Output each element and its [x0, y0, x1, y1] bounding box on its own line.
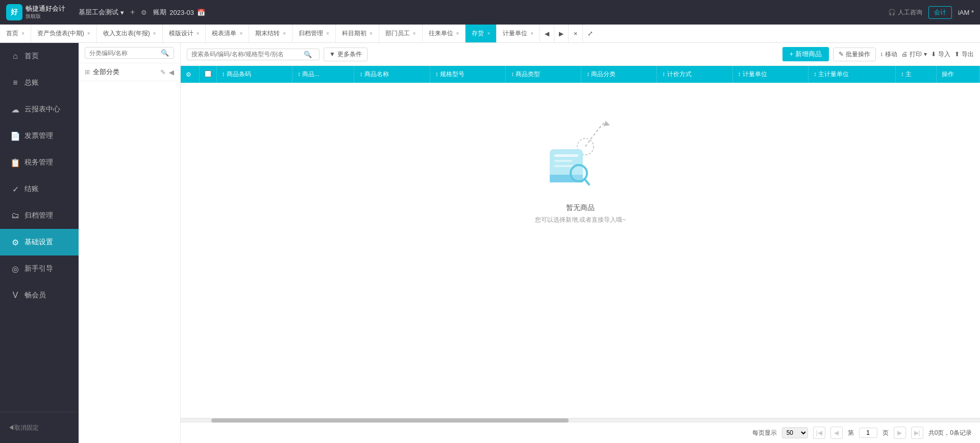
tab-contacts-close-icon[interactable]: ×: [456, 31, 459, 36]
account-button[interactable]: 会计: [928, 6, 952, 19]
th-spec-label: ↕ 规格型号: [435, 71, 464, 78]
tab-subject-close-icon[interactable]: ×: [370, 31, 373, 36]
tab-archive-close-icon[interactable]: ×: [326, 31, 329, 36]
tab-template[interactable]: 模版设计 ×: [163, 25, 206, 43]
sidebar-item-home[interactable]: ⌂ 首页: [0, 43, 79, 69]
company-selector[interactable]: 基层工会测试 ▾: [79, 8, 124, 17]
collapse-panel-icon[interactable]: ◀: [169, 68, 174, 76]
page-next-button[interactable]: ▶: [894, 427, 906, 439]
sidebar-item-member[interactable]: V 畅会员: [0, 282, 79, 309]
sidebar: ⌂ 首页 ≡ 总账 ☁ 云报表中心 📄 发票管理 📋 税务管理 ✓ 结账 🗂 归…: [0, 43, 79, 443]
export-label: 导出: [962, 50, 974, 59]
edit-category-icon[interactable]: ✎: [160, 68, 166, 76]
new-product-button[interactable]: + 新增商品: [782, 47, 829, 61]
sidebar-bottom: ◀取消固定: [0, 412, 79, 443]
invoice-icon: 📄: [10, 131, 20, 141]
tab-tax-close-icon[interactable]: ×: [239, 31, 242, 36]
scroll-thumb[interactable]: [211, 418, 569, 423]
tab-period-carry[interactable]: 期末结转 ×: [249, 25, 292, 43]
tab-next-button[interactable]: ▶: [554, 25, 569, 43]
tab-prev-button[interactable]: ◀: [540, 25, 554, 43]
tab-inventory-close-icon[interactable]: ×: [487, 31, 490, 36]
calendar-icon[interactable]: 📅: [197, 9, 205, 16]
page-input[interactable]: [859, 428, 877, 438]
page-label-prefix: 第: [848, 429, 854, 437]
import-button[interactable]: ⬇ 导入: [931, 50, 950, 59]
total-records-label: 共0页，0条记录: [928, 429, 972, 437]
settings-gear-icon[interactable]: ⚙: [141, 9, 147, 16]
tab-expand-button[interactable]: ⤢: [583, 25, 597, 43]
tab-subject[interactable]: 科目期初 ×: [336, 25, 379, 43]
app-logo-icon: 好: [6, 4, 22, 20]
tab-unit-label: 计量单位: [503, 29, 527, 38]
sidebar-item-invoice[interactable]: 📄 发票管理: [0, 123, 79, 149]
tab-income[interactable]: 收入支出表(年报) ×: [97, 25, 163, 43]
tab-balance-sheet[interactable]: 资产负债表(中期) ×: [31, 25, 97, 43]
more-filter-button[interactable]: ▼ 更多条件: [324, 48, 368, 61]
tab-contacts[interactable]: 往来单位 ×: [423, 25, 466, 43]
sidebar-label-reports: 云报表中心: [24, 105, 60, 114]
sidebar-item-guide[interactable]: ◎ 新手引导: [0, 255, 79, 282]
all-categories-label: 全部分类: [93, 67, 119, 77]
header-right: 🎧 人工咨询 会计 iAM *: [888, 6, 974, 19]
th-gear[interactable]: ⚙: [181, 66, 199, 83]
product-search-icon[interactable]: 🔍: [304, 51, 312, 58]
sidebar-item-ledger[interactable]: ≡ 总账: [0, 69, 79, 96]
tab-dept-close-icon[interactable]: ×: [413, 31, 416, 36]
move-button[interactable]: ↕ 移动: [880, 50, 897, 59]
tab-tax[interactable]: 税表清单 ×: [206, 25, 249, 43]
print-button[interactable]: 🖨 打印 ▾: [901, 50, 927, 59]
consult-button[interactable]: 🎧 人工咨询: [888, 8, 922, 17]
sidebar-item-checkout[interactable]: ✓ 结账: [0, 176, 79, 202]
unpin-button[interactable]: ◀取消固定: [0, 417, 79, 438]
sidebar-item-archive[interactable]: 🗂 归档管理: [0, 202, 79, 229]
th-checkbox[interactable]: [199, 66, 216, 83]
iam-label: iAM *: [958, 9, 974, 16]
horizontal-scrollbar[interactable]: [181, 418, 980, 422]
tab-unit-close-icon[interactable]: ×: [530, 31, 533, 36]
th-barcode: ↕ 商品条码: [216, 66, 292, 83]
sidebar-item-reports[interactable]: ☁ 云报表中心: [0, 96, 79, 123]
page-first-button[interactable]: |◀: [813, 427, 825, 439]
app-name: 畅捷通好会计: [26, 5, 65, 13]
th-barcode-label: ↕ 商品条码: [222, 71, 251, 78]
select-all-checkbox[interactable]: [205, 71, 211, 77]
sidebar-item-tax[interactable]: 📋 税务管理: [0, 149, 79, 176]
tab-close-all-button[interactable]: ×: [569, 25, 583, 43]
tabs-bar: 首页 × 资产负债表(中期) × 收入支出表(年报) × 模版设计 × 税表清单…: [0, 25, 980, 43]
page-prev-button[interactable]: ◀: [830, 427, 843, 439]
sidebar-item-settings[interactable]: ⚙ 基础设置: [0, 229, 79, 255]
tab-inventory[interactable]: 存货 ×: [465, 25, 497, 43]
add-tab-button[interactable]: +: [130, 8, 135, 17]
th-type: ↕ 商品类型: [505, 66, 581, 83]
tab-archive[interactable]: 归档管理 ×: [292, 25, 336, 43]
tab-unit[interactable]: 计量单位 ×: [497, 25, 540, 43]
logo-text-wrap: 畅捷通好会计 旗舰版: [26, 5, 65, 20]
export-button[interactable]: ⬆ 导出: [954, 50, 974, 59]
tab-dept[interactable]: 部门员工 ×: [379, 25, 423, 43]
tab-dept-label: 部门员工: [385, 29, 410, 38]
app-edition: 旗舰版: [26, 13, 65, 20]
category-search-input[interactable]: [89, 50, 161, 57]
empty-text-main: 暂无商品: [566, 203, 595, 213]
tab-inventory-label: 存货: [472, 29, 484, 38]
tab-template-close-icon[interactable]: ×: [197, 31, 200, 36]
category-search-icon[interactable]: 🔍: [161, 49, 169, 57]
tab-period-carry-close-icon[interactable]: ×: [283, 31, 286, 36]
tab-balance-sheet-close-icon[interactable]: ×: [87, 31, 90, 36]
headset-icon: 🎧: [888, 9, 896, 16]
batch-ops-button[interactable]: ✎ 批量操作: [833, 48, 876, 61]
empty-row: 暂无商品 您可以选择新增,或者直接导入哦~: [181, 83, 980, 255]
product-search-input[interactable]: [191, 51, 304, 58]
page-last-button[interactable]: ▶|: [911, 427, 923, 439]
page-size-select[interactable]: 50 10 20 100: [782, 427, 808, 438]
th-action-label: 操作: [942, 71, 954, 78]
tab-home[interactable]: 首页 ×: [0, 25, 31, 43]
th-price-method: ↕ 计价方式: [657, 66, 732, 83]
tab-template-label: 模版设计: [169, 29, 193, 38]
batch-icon: ✎: [839, 51, 844, 58]
tab-income-close-icon[interactable]: ×: [153, 31, 156, 36]
tab-balance-sheet-label: 资产负债表(中期): [37, 29, 84, 38]
guide-icon: ◎: [10, 264, 20, 274]
tab-home-close-icon[interactable]: ×: [21, 31, 24, 36]
